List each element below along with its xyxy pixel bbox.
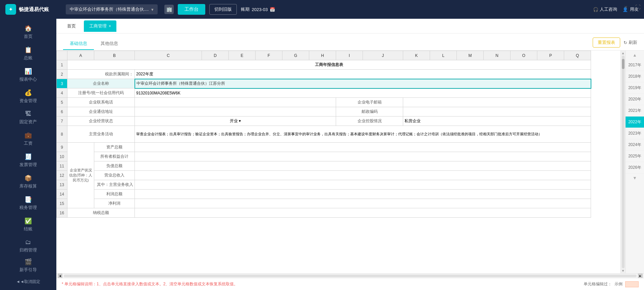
sidebar-label-tax: 税务管理: [19, 205, 37, 211]
reset-report-button[interactable]: 重置报表: [593, 38, 620, 48]
year-item-2022[interactable]: 2022年: [626, 117, 644, 128]
sub-tab-other[interactable]: 其他信息: [94, 38, 125, 50]
workbench-button[interactable]: 工作台: [178, 4, 205, 15]
tab-home-label: 首页: [67, 23, 76, 28]
total-revenue-value[interactable]: [135, 171, 591, 180]
table-row: 7 企业经营状态 开业 ▾ 企业控股情况 私营企业: [57, 117, 591, 126]
chevron-down-icon: ▾: [151, 7, 154, 12]
scroll-up-icon[interactable]: ▲: [622, 51, 625, 55]
calendar-icon[interactable]: 📅: [270, 7, 275, 12]
address-value[interactable]: [135, 107, 336, 117]
year-item-2018[interactable]: 2018年: [626, 71, 644, 82]
total-profit-value[interactable]: [135, 190, 591, 199]
tax-total-value[interactable]: [135, 208, 591, 218]
sidebar-item-close[interactable]: ✅ 结账: [0, 214, 56, 235]
address-label: 企业通信地址: [67, 107, 135, 117]
scroll-thumb[interactable]: [622, 59, 625, 69]
scroll-right-arrow[interactable]: ►: [638, 274, 643, 278]
year-item-2021[interactable]: 2021年: [626, 105, 644, 117]
sidebar-label-finance: 资金管理: [19, 98, 37, 104]
example-label: 示例: [614, 281, 623, 287]
sub-tab-other-label: 其他信息: [101, 41, 118, 46]
year-item-2017[interactable]: 2017年: [626, 60, 644, 71]
row-num-9: 9: [57, 143, 67, 152]
sidebar-item-tax[interactable]: 📑 税务管理: [0, 193, 56, 214]
liability-value[interactable]: [135, 161, 591, 171]
tab-home[interactable]: 首页: [62, 20, 81, 32]
total-assets-value[interactable]: [135, 143, 591, 152]
row-num-2: 2: [57, 70, 67, 79]
row-num-5: 5: [57, 98, 67, 107]
consult-button[interactable]: 🎧 人工咨询: [593, 6, 617, 12]
scroll-down-icon[interactable]: ▼: [622, 269, 625, 273]
old-version-button[interactable]: 切到旧版: [209, 4, 237, 15]
cancel-fixed-button[interactable]: ◄◄取消固定: [0, 276, 56, 287]
company-name: 中审众环会计师事务所（特殊普通合伙....: [70, 6, 149, 12]
net-profit-value[interactable]: [135, 199, 591, 208]
row-num-12: 12: [57, 171, 67, 180]
sidebar-item-newuser[interactable]: 🎬 新手引导: [0, 255, 56, 276]
business-label: 主营业务活动: [67, 126, 135, 143]
table-row: 12 营业总收入: [57, 171, 591, 180]
equity-value[interactable]: [135, 152, 591, 161]
period-value-cell[interactable]: 2022年度: [135, 70, 591, 79]
sidebar-item-assets[interactable]: 🏗 固定资产: [0, 107, 56, 128]
tab-active[interactable]: 工商管理 ×: [84, 20, 116, 32]
sub-tab-basic[interactable]: 基础信息: [63, 38, 94, 50]
spreadsheet-container: A B C D E F G H I J K L: [56, 51, 644, 273]
title-cell[interactable]: 工商年报信息表: [67, 60, 591, 70]
sidebar-item-salary[interactable]: 💼 工资: [0, 128, 56, 150]
company-selector[interactable]: 中审众环会计师事务所（特殊普通合伙.... ▾: [66, 4, 158, 14]
invoice-icon: 🧾: [24, 153, 32, 160]
year-nav-up[interactable]: ▲: [626, 51, 644, 60]
sidebar-item-archive[interactable]: 🗂 归档管理: [0, 235, 56, 255]
year-item-2024[interactable]: 2024年: [626, 139, 644, 151]
year-item-2019[interactable]: 2019年: [626, 82, 644, 94]
year-item-2025[interactable]: 2025年: [626, 151, 644, 162]
tab-close-icon[interactable]: ×: [109, 24, 111, 28]
main-revenue-value[interactable]: [135, 180, 591, 190]
status-value[interactable]: 开业 ▾: [135, 117, 336, 126]
holding-value[interactable]: 私营企业: [403, 117, 591, 126]
logo-icon: ✦: [5, 4, 16, 15]
col-d: D: [202, 51, 229, 60]
sidebar-label-close: 结账: [24, 226, 33, 232]
regcode-value[interactable]: 91320100MA208E5W6K: [135, 88, 591, 98]
main-revenue-label: 其中：主营业务收入: [94, 180, 135, 190]
year-item-2023[interactable]: 2023年: [626, 128, 644, 139]
scroll-track: [622, 56, 625, 268]
sidebar-label-archive: 归档管理: [19, 247, 37, 253]
phone-value[interactable]: [135, 98, 336, 107]
year-item-2020[interactable]: 2020年: [626, 94, 644, 105]
business-value[interactable]: 审查企业会计报表；出具审计报告；验证企业资本；出具验资报告；办理企业合并、分立、…: [135, 126, 591, 143]
salary-icon: 💼: [24, 132, 32, 139]
main-layout: 🏠 首页 📋 总账 📊 报表中心 💰 资金管理 🏗 固定资产 💼 工资: [0, 19, 644, 290]
col-k: K: [403, 51, 430, 60]
sidebar-item-report[interactable]: 📊 报表中心: [0, 64, 56, 86]
year-item-2026[interactable]: 2026年: [626, 162, 644, 173]
top-header: ✦ 畅捷通易代账 中审众环会计师事务所（特殊普通合伙.... ▾ 🏢 工作台 切…: [0, 0, 644, 19]
table-row: 9 企业资产状况信息(币种：人民币万元) 资产总额: [57, 143, 591, 152]
sidebar-item-inventory[interactable]: 📦 库存核算: [0, 171, 56, 193]
col-e: E: [229, 51, 256, 60]
sidebar-item-invoice[interactable]: 🧾 发票管理: [0, 150, 56, 171]
company-icon-button[interactable]: 🏢: [164, 5, 174, 14]
horizontal-scrollbar[interactable]: ◄ ►: [56, 273, 644, 278]
table-row: 11 负债总额: [57, 161, 591, 171]
zipcode-value[interactable]: [403, 107, 591, 117]
year-nav-down[interactable]: ▼: [626, 173, 644, 183]
sheet-wrapper[interactable]: A B C D E F G H I J K L: [56, 51, 621, 273]
sidebar-item-home[interactable]: 🏠 首页: [0, 21, 56, 43]
scroll-left-arrow[interactable]: ◄: [58, 274, 62, 278]
refresh-button[interactable]: ↻ 刷新: [624, 40, 637, 46]
corner-header: [57, 51, 67, 60]
sidebar-item-ledger[interactable]: 📋 总账: [0, 43, 56, 64]
company-value-cell[interactable]: 中审众环会计师事务所（特殊普通合伙）江苏分所: [135, 79, 591, 88]
table-row: 15 净利润: [57, 199, 591, 208]
vertical-scrollbar[interactable]: ▲ ▼: [621, 51, 625, 273]
sidebar-item-finance[interactable]: 💰 资金管理: [0, 86, 56, 107]
col-n: N: [484, 51, 511, 60]
sub-tab-actions: 重置报表 ↻ 刷新: [593, 38, 637, 50]
app-title: 畅捷通易代账: [19, 6, 49, 13]
email-value[interactable]: [403, 98, 591, 107]
